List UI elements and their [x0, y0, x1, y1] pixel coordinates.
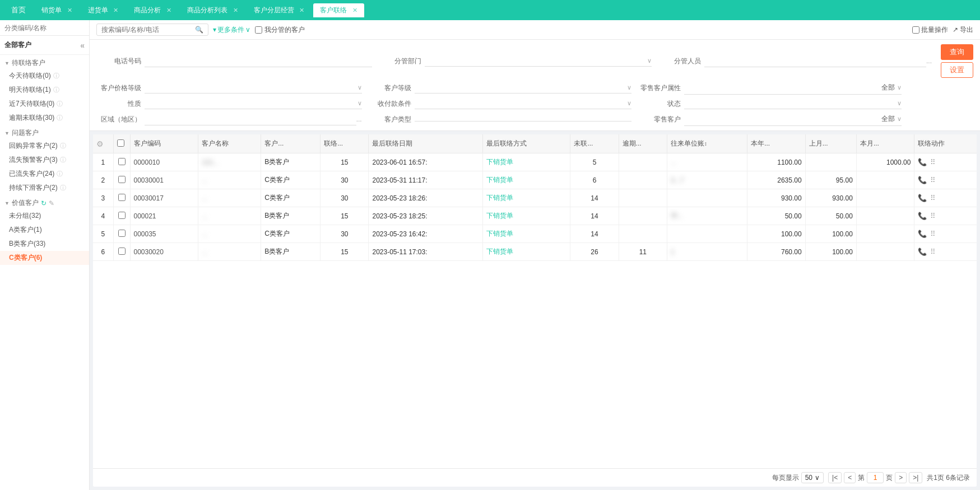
filter-payment-select[interactable]: ∨ — [415, 98, 632, 109]
region-more-icon[interactable]: ... — [356, 115, 362, 123]
more-actions-icon[interactable]: ⠿ — [930, 230, 936, 238]
filter-dept-select[interactable]: ∨ — [425, 55, 652, 67]
row-checkbox[interactable] — [118, 176, 126, 183]
col-name[interactable]: 客户名称 — [198, 134, 261, 153]
sidebar-item-overdue-contact[interactable]: 逾期未联络(30)ⓘ — [0, 111, 89, 125]
sidebar-item-churn-warning[interactable]: 流失预警客户(3)ⓘ — [0, 153, 89, 167]
last-page-btn[interactable]: >| — [909, 472, 922, 483]
prev-page-btn[interactable]: < — [844, 472, 856, 483]
call-icon[interactable]: 📞 — [918, 194, 927, 202]
call-icon[interactable]: 📞 — [918, 212, 927, 220]
col-annual-unit[interactable]: 往来单位账↕ — [667, 134, 747, 153]
nav-home[interactable]: 首页 — [4, 3, 32, 17]
more-actions-icon[interactable]: ⠿ — [930, 158, 936, 166]
next-page-btn[interactable]: > — [895, 472, 907, 483]
contact-method-link[interactable]: 下销货单 — [486, 212, 513, 220]
col-last-contact-date[interactable]: 最后联络日期 — [369, 134, 483, 153]
nav-customer-segment[interactable]: 客户分层经营 ✕ — [247, 3, 312, 17]
select-all-checkbox[interactable] — [117, 139, 124, 147]
col-this-year[interactable]: 本年... — [747, 134, 806, 153]
row-checkbox[interactable] — [118, 230, 126, 237]
contact-method-link[interactable]: 下销货单 — [486, 248, 513, 255]
nav-purchase-order[interactable]: 进货单 ✕ — [81, 3, 126, 17]
sidebar-item-class-a[interactable]: A类客户(1) — [0, 223, 89, 237]
col-last-contact-method[interactable]: 最后联络方式 — [483, 134, 570, 153]
page-size-box[interactable]: 50 ∨ — [801, 472, 824, 483]
sidebar-collapse-icon[interactable]: « — [80, 41, 85, 50]
export-btn[interactable]: ↗ 导出 — [953, 25, 973, 35]
col-overdue[interactable]: 逾期... — [619, 134, 667, 153]
filter-retail-attr-select[interactable]: 全部 ∨ — [684, 81, 902, 95]
gear-icon[interactable]: ⚙ — [96, 139, 104, 148]
sidebar-item-churned[interactable]: 已流失客户(24)ⓘ — [0, 167, 89, 181]
filter-nature-select[interactable]: ∨ — [145, 98, 362, 109]
filter-manager-input[interactable] — [704, 55, 926, 67]
setting-btn[interactable]: 设置 — [941, 62, 973, 78]
sidebar-search-box[interactable]: 🔍 — [0, 20, 89, 36]
more-actions-icon[interactable]: ⠿ — [930, 194, 936, 202]
col-uncontact[interactable]: 未联... — [570, 134, 619, 153]
first-page-btn[interactable]: |< — [828, 472, 842, 483]
filter-status-select[interactable]: ∨ — [684, 98, 902, 109]
call-icon[interactable]: 📞 — [918, 158, 927, 166]
row-checkbox[interactable] — [118, 194, 126, 201]
col-action[interactable]: 联络动作 — [914, 134, 977, 153]
sidebar-item-7days[interactable]: 近7天待联络(0)ⓘ — [0, 97, 89, 111]
nav-purchase-order-close[interactable]: ✕ — [113, 7, 118, 13]
sidebar-all-customers[interactable]: 全部客户 « — [0, 36, 89, 55]
sidebar-section-problem[interactable]: 问题客户 — [0, 125, 89, 139]
sidebar-item-tomorrow[interactable]: 明天待联络(1)ⓘ — [0, 83, 89, 97]
filter-search-input[interactable] — [101, 26, 195, 34]
sidebar-item-class-c[interactable]: C类客户(6) — [0, 251, 89, 265]
batch-op-checkbox[interactable] — [912, 26, 919, 34]
nav-product-analysis-close[interactable]: ✕ — [166, 7, 171, 13]
refresh-icon[interactable]: ↻ — [41, 199, 47, 207]
sidebar-item-unclassified[interactable]: 未分组(32) — [0, 209, 89, 223]
edit-icon[interactable]: ✎ — [49, 199, 54, 207]
filter-customer-grade-select[interactable]: ∨ — [145, 82, 362, 94]
col-this-month[interactable]: 本月... — [856, 134, 914, 153]
more-actions-icon[interactable]: ⠿ — [930, 212, 936, 220]
filter-more-icon[interactable]: ... — [926, 57, 932, 65]
sidebar-search-input[interactable] — [4, 24, 89, 32]
filter-phone-input[interactable] — [145, 55, 372, 67]
nav-customer-contact-close[interactable]: ✕ — [352, 7, 357, 13]
filter-search-icon[interactable]: 🔍 — [195, 26, 203, 34]
my-customers-toggle[interactable]: 我分管的客户 — [255, 25, 305, 35]
nav-product-analysis-list-close[interactable]: ✕ — [233, 7, 238, 13]
col-type[interactable]: 客户... — [261, 134, 321, 153]
filter-retail-customer-select[interactable]: 全部 ∨ — [684, 113, 902, 126]
sidebar-section-pending[interactable]: 待联络客户 — [0, 55, 89, 69]
sidebar-section-value[interactable]: 价值客户 ↻ ✎ — [0, 195, 89, 209]
call-icon[interactable]: 📞 — [918, 230, 927, 238]
contact-method-link[interactable]: 下销货单 — [486, 194, 513, 202]
sidebar-item-declining[interactable]: 持续下滑客户(2)ⓘ — [0, 181, 89, 195]
row-checkbox[interactable] — [118, 158, 126, 165]
query-btn[interactable]: 查询 — [941, 44, 973, 60]
contact-method-link[interactable]: 下销货单 — [486, 158, 513, 166]
filter-customer-level-select[interactable]: ∨ — [415, 82, 632, 94]
table-scroll[interactable]: ⚙ 客户编码 客户名称 客户... 联络... 最后联络日期 最后联络方式 未联 — [93, 134, 977, 468]
nav-product-analysis[interactable]: 商品分析 ✕ — [127, 3, 178, 17]
nav-sales-order[interactable]: 销货单 ✕ — [35, 3, 79, 17]
filter-region-input[interactable] — [145, 114, 356, 125]
row-checkbox[interactable] — [118, 212, 126, 219]
contact-method-link[interactable]: 下销货单 — [486, 176, 513, 184]
more-actions-icon[interactable]: ⠿ — [930, 248, 936, 256]
nav-customer-contact[interactable]: 客户联络 ✕ — [313, 3, 364, 17]
col-code[interactable]: 客户编码 — [130, 134, 198, 153]
more-actions-icon[interactable]: ⠿ — [930, 176, 936, 184]
sidebar-item-today[interactable]: 今天待联络(0)ⓘ — [0, 69, 89, 83]
nav-customer-segment-close[interactable]: ✕ — [299, 7, 304, 13]
call-icon[interactable]: 📞 — [918, 176, 927, 184]
filter-customer-type-select[interactable] — [415, 118, 632, 122]
nav-sales-order-close[interactable]: ✕ — [67, 7, 72, 13]
filter-search-box[interactable]: 🔍 — [96, 24, 208, 36]
sidebar-item-repurchase-abnormal[interactable]: 回购异常客户(2)ⓘ — [0, 139, 89, 153]
batch-op-btn[interactable]: 批量操作 — [912, 25, 948, 35]
my-customers-checkbox[interactable] — [255, 26, 262, 34]
nav-product-analysis-list[interactable]: 商品分析列表 ✕ — [180, 3, 245, 17]
row-checkbox[interactable] — [118, 248, 126, 255]
sidebar-item-class-b[interactable]: B类客户(33) — [0, 237, 89, 251]
col-contact-days[interactable]: 联络... — [321, 134, 369, 153]
